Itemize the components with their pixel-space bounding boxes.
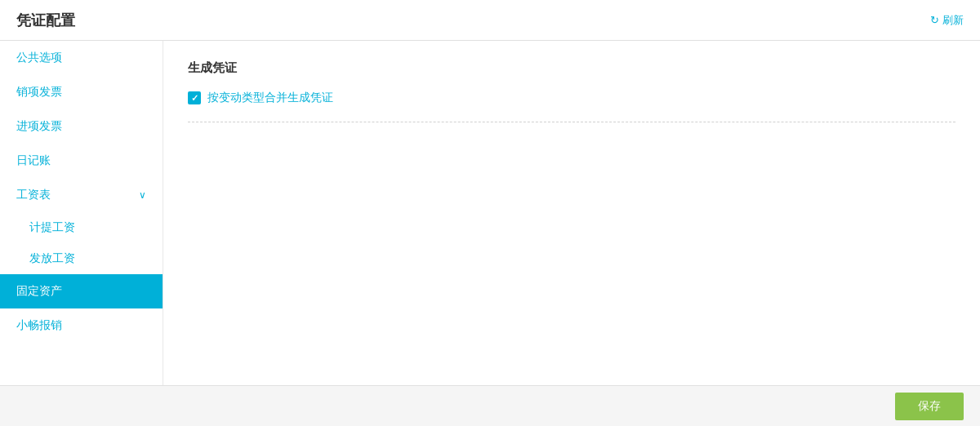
chevron-down-icon: ∨: [139, 189, 146, 201]
main-content: 生成凭证 按变动类型合并生成凭证: [163, 41, 980, 385]
page-title: 凭证配置: [16, 11, 75, 30]
sidebar: 公共选项 销项发票 进项发票 日记账 工资表 ∨ 计提工资 发放工资 固定资: [0, 41, 163, 385]
section-title: 生成凭证: [188, 60, 956, 76]
sidebar-item-calc-salary[interactable]: 计提工资: [0, 212, 163, 243]
page-wrapper: 凭证配置 ↻ 刷新 公共选项 销项发票 进项发票 日记账 工资表 ∨: [0, 0, 980, 426]
merge-checkbox-label[interactable]: 按变动类型合并生成凭证: [207, 91, 333, 105]
sidebar-item-journal[interactable]: 日记账: [0, 144, 163, 178]
sidebar-item-label: 销项发票: [16, 85, 62, 100]
footer: 保存: [0, 385, 980, 426]
sidebar-item-label: 工资表: [16, 188, 51, 202]
sidebar-item-pay-salary[interactable]: 发放工资: [0, 243, 163, 274]
refresh-icon: ↻: [930, 14, 939, 26]
sidebar-item-fixed-assets[interactable]: 固定资产: [0, 274, 163, 308]
header: 凭证配置 ↻ 刷新: [0, 0, 980, 41]
sidebar-item-label: 日记账: [16, 153, 51, 168]
checkbox-row: 按变动类型合并生成凭证: [188, 91, 956, 105]
merge-checkbox[interactable]: [188, 91, 201, 104]
sidebar-item-label: 固定资产: [16, 284, 62, 299]
sidebar-item-expense-report[interactable]: 小畅报销: [0, 308, 163, 343]
body: 公共选项 销项发票 进项发票 日记账 工资表 ∨ 计提工资 发放工资 固定资: [0, 41, 980, 385]
refresh-label: 刷新: [942, 13, 964, 28]
sidebar-item-label: 小畅报销: [16, 318, 62, 333]
sidebar-item-label: 公共选项: [16, 51, 62, 65]
sidebar-item-label: 进项发票: [16, 119, 62, 134]
refresh-button[interactable]: ↻ 刷新: [930, 13, 964, 28]
sidebar-item-payroll[interactable]: 工资表 ∨: [0, 178, 163, 212]
sidebar-item-purchase-invoice[interactable]: 进项发票: [0, 109, 163, 144]
sidebar-item-label: 计提工资: [29, 220, 75, 233]
sidebar-item-public-options[interactable]: 公共选项: [0, 41, 163, 75]
save-button[interactable]: 保存: [895, 393, 964, 420]
sidebar-item-sales-invoice[interactable]: 销项发票: [0, 75, 163, 109]
divider: [188, 122, 956, 122]
sidebar-item-label: 发放工资: [29, 251, 75, 264]
